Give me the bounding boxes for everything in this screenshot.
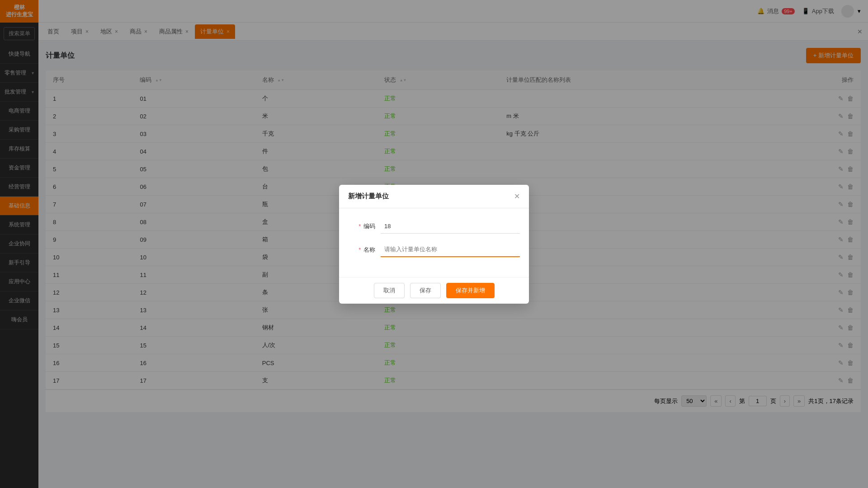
name-label: * 名称 <box>348 246 375 254</box>
code-input[interactable] <box>381 219 520 234</box>
code-label: * 编码 <box>348 222 375 230</box>
save-button[interactable]: 保存 <box>410 283 441 298</box>
required-star-code: * <box>359 223 361 230</box>
add-unit-modal: 新增计量单位 ✕ * 编码 * 名称 取消 保存 保存并新增 <box>339 185 529 304</box>
modal-title: 新增计量单位 <box>348 192 389 201</box>
name-input[interactable] <box>381 243 520 257</box>
modal-body: * 编码 * 名称 <box>339 208 529 277</box>
modal-overlay[interactable]: 新增计量单位 ✕ * 编码 * 名称 取消 保存 保存并新增 <box>0 0 868 488</box>
required-star-name: * <box>359 246 361 253</box>
modal-close-button[interactable]: ✕ <box>514 192 520 201</box>
modal-header: 新增计量单位 ✕ <box>339 185 529 208</box>
cancel-button[interactable]: 取消 <box>374 283 405 298</box>
modal-footer: 取消 保存 保存并新增 <box>339 277 529 304</box>
name-form-row: * 名称 <box>348 243 520 257</box>
save-and-new-button[interactable]: 保存并新增 <box>446 283 495 298</box>
code-form-row: * 编码 <box>348 219 520 234</box>
